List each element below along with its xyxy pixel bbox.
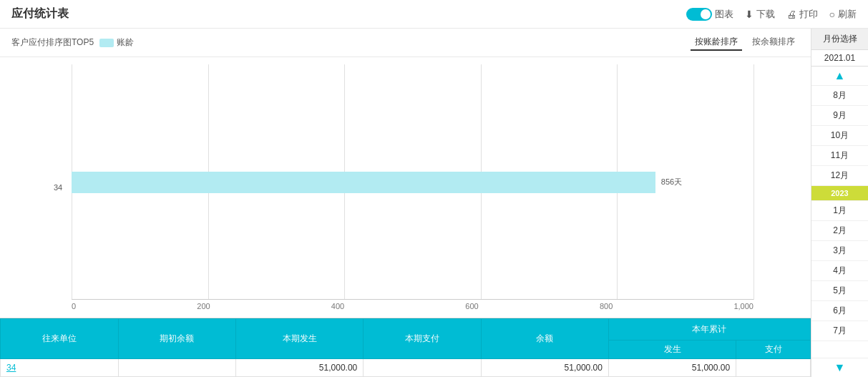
x-label-200: 200 xyxy=(197,302,210,310)
year-marker-2023[interactable]: 2023 xyxy=(811,186,868,201)
month-item-3[interactable]: 3月 xyxy=(811,241,868,261)
print-icon: 🖨 xyxy=(786,9,796,20)
sidebar-scroll-up-button[interactable]: ▲ xyxy=(811,67,868,86)
chart-section: 客户应付排序图TOP5 账龄 按账龄排序 按余额排序 xyxy=(0,29,811,377)
sidebar-year-input[interactable] xyxy=(811,50,868,67)
table-body: 34 51,000.00 51,000.00 51,000.00 xyxy=(1,359,811,377)
sidebar-title: 月份选择 xyxy=(811,29,868,50)
sort-by-age-button[interactable]: 按账龄排序 xyxy=(691,34,742,51)
month-item-12[interactable]: 12月 xyxy=(811,166,868,186)
refresh-button[interactable]: ○ 刷新 xyxy=(829,8,857,21)
refresh-icon: ○ xyxy=(829,9,835,20)
sidebar-scroll-down-button[interactable]: ▼ xyxy=(811,358,868,377)
chart-toggle[interactable] xyxy=(686,8,712,21)
month-item-4[interactable]: 4月 xyxy=(811,261,868,281)
table-wrapper: 往来单位 期初余额 本期发生 本期支付 余额 本年累计 发生 支付 xyxy=(0,318,811,377)
chart-legend: 客户应付排序图TOP5 账龄 xyxy=(11,36,134,49)
chart-body: 856天 34 0 200 400 600 800 1,000 xyxy=(0,57,811,318)
month-item-2[interactable]: 2月 xyxy=(811,221,868,241)
grid-area: 856天 xyxy=(72,64,754,300)
table-row: 34 51,000.00 51,000.00 51,000.00 xyxy=(1,359,811,377)
chart-sort-buttons: 按账龄排序 按余额排序 xyxy=(691,34,799,51)
legend-item-1: 客户应付排序图TOP5 xyxy=(11,36,94,49)
legend-label-2: 账龄 xyxy=(117,36,134,49)
legend-label-1: 客户应付排序图TOP5 xyxy=(11,36,94,49)
app-container: 应付统计表 图表 ⬇ 下载 🖨 打印 ○ xyxy=(0,0,868,377)
cell-opening xyxy=(118,359,236,377)
cell-vendor: 34 xyxy=(1,359,119,377)
col-header-ytd-pay: 支付 xyxy=(736,341,811,359)
legend-color-2 xyxy=(99,39,114,47)
x-label-1000: 1,000 xyxy=(733,302,754,310)
data-table: 往来单位 期初余额 本期发生 本期支付 余额 本年累计 发生 支付 xyxy=(0,318,811,377)
header: 应付统计表 图表 ⬇ 下载 🖨 打印 ○ xyxy=(0,0,868,29)
refresh-label: 刷新 xyxy=(838,8,857,21)
chart-toggle-item[interactable]: 图表 xyxy=(686,8,733,21)
x-label-800: 800 xyxy=(600,302,613,310)
month-item-7[interactable]: 7月 xyxy=(811,321,868,341)
col-header-balance: 余额 xyxy=(481,319,608,359)
page-title: 应付统计表 xyxy=(11,6,69,21)
x-axis-labels: 0 200 400 600 800 1,000 xyxy=(72,300,754,310)
cell-ytd-occur: 51,000.00 xyxy=(608,359,736,377)
month-item-5[interactable]: 5月 xyxy=(811,281,868,301)
chart-label: 图表 xyxy=(715,8,733,21)
col-header-current-pay: 本期支付 xyxy=(364,319,482,359)
col-header-opening: 期初余额 xyxy=(118,319,236,359)
col-header-vendor: 往来单位 xyxy=(1,319,119,359)
x-label-400: 400 xyxy=(331,302,344,310)
bar-row: 856天 xyxy=(72,172,754,193)
sidebar: 月份选择 ▲ 8月 9月 10月 11月 12月 2023 1月 2月 3月 4… xyxy=(811,29,868,377)
x-label-0: 0 xyxy=(72,302,76,310)
x-axis: 0 200 400 600 800 1,000 xyxy=(72,299,754,310)
download-label: 下载 xyxy=(756,8,775,21)
col-header-ytd-occur: 发生 xyxy=(608,341,736,359)
month-list: 8月 9月 10月 11月 12月 2023 1月 2月 3月 4月 5月 6月… xyxy=(811,86,868,358)
cell-current-pay xyxy=(364,359,482,377)
print-label: 打印 xyxy=(799,8,818,21)
col-header-current-occur: 本期发生 xyxy=(236,319,364,359)
bar-value-label: 856天 xyxy=(661,177,682,187)
download-icon: ⬇ xyxy=(745,9,754,20)
table-header-row-1: 往来单位 期初余额 本期发生 本期支付 余额 本年累计 xyxy=(1,319,811,341)
month-item-9[interactable]: 9月 xyxy=(811,106,868,126)
main-content: 客户应付排序图TOP5 账龄 按账龄排序 按余额排序 xyxy=(0,29,868,377)
month-item-6[interactable]: 6月 xyxy=(811,301,868,321)
legend-item-2: 账龄 xyxy=(99,36,134,49)
bar-fill-34 xyxy=(72,172,655,193)
print-button[interactable]: 🖨 打印 xyxy=(786,8,818,21)
download-button[interactable]: ⬇ 下载 xyxy=(745,8,775,21)
table-section: 往来单位 期初余额 本期发生 本期支付 余额 本年累计 发生 支付 xyxy=(0,318,811,377)
month-item-10[interactable]: 10月 xyxy=(811,126,868,146)
month-item-1[interactable]: 1月 xyxy=(811,201,868,221)
y-axis-label-34: 34 xyxy=(54,183,62,192)
month-item-11[interactable]: 11月 xyxy=(811,146,868,166)
cell-current-occur: 51,000.00 xyxy=(236,359,364,377)
cell-balance: 51,000.00 xyxy=(481,359,608,377)
header-actions: 图表 ⬇ 下载 🖨 打印 ○ 刷新 xyxy=(686,8,857,21)
vendor-link[interactable]: 34 xyxy=(6,363,16,373)
cell-ytd-pay xyxy=(736,359,811,377)
grid-line-5 xyxy=(754,64,754,300)
sort-by-balance-button[interactable]: 按余额排序 xyxy=(748,34,799,51)
month-item-8[interactable]: 8月 xyxy=(811,86,868,106)
col-header-ytd: 本年累计 xyxy=(608,319,810,341)
chart-header: 客户应付排序图TOP5 账龄 按账龄排序 按余额排序 xyxy=(0,29,811,57)
x-label-600: 600 xyxy=(465,302,478,310)
